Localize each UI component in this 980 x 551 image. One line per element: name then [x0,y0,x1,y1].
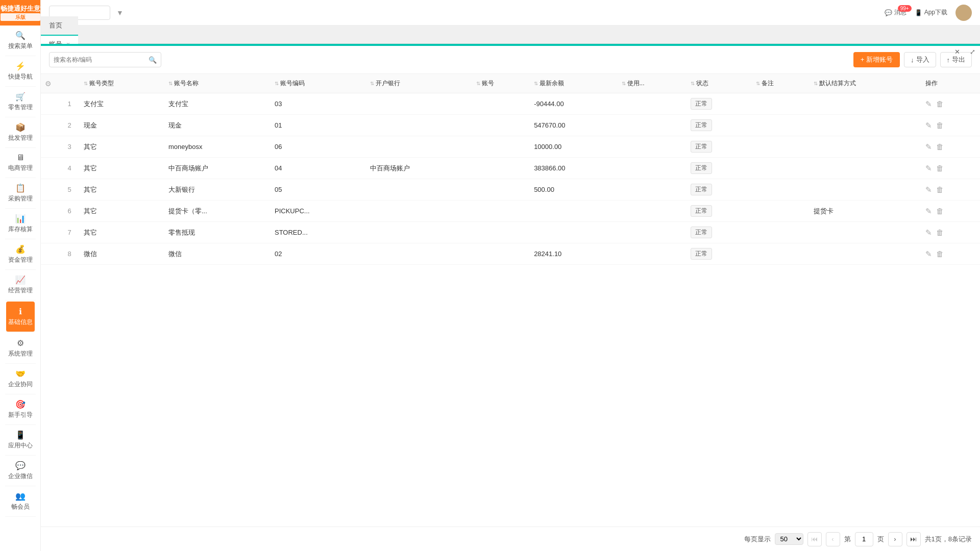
col-header-account_code[interactable]: ⇅账号编码 [271,74,366,93]
row-account_no-5 [472,201,530,222]
row-remark-7 [752,243,810,265]
col-header-account_type[interactable]: ⇅账号类型 [80,74,164,93]
row-action-7: ✎ 🗑 [921,243,980,265]
search-input[interactable] [54,56,145,63]
prev-page-button[interactable]: ‹ [826,532,840,546]
edit-icon-2[interactable]: ✎ [925,142,932,152]
row-remark-0 [752,93,810,115]
edit-icon-3[interactable]: ✎ [925,164,932,173]
table-header: ⚙⇅账号类型⇅账号名称⇅账号编码⇅开户银行⇅账号⇅最新余额⇅使用...⇅状态⇅备… [41,74,980,93]
sidebar-item-12[interactable]: 🎯新手引导 [5,394,36,425]
sidebar-item-3[interactable]: 📦批发管理 [5,117,36,148]
sort-icon-usage: ⇅ [622,81,626,86]
close-window-button[interactable]: ✕ [949,44,965,59]
sidebar-item-9[interactable]: ℹ基础信息 [6,302,35,332]
app-logo: 畅捷通好生意 乐版 [0,0,41,26]
col-header-status[interactable]: ⇅状态 [687,74,752,93]
page-number-input[interactable] [855,532,873,546]
sidebar-item-6[interactable]: 📊库存核算 [5,209,36,239]
import-icon: ↓ [911,56,914,64]
delete-icon-2[interactable]: 🗑 [936,142,944,151]
tab-首页[interactable]: 首页 [41,16,78,35]
edit-icon-0[interactable]: ✎ [925,99,932,109]
avatar[interactable] [955,5,972,21]
message-badge: 99+ [898,5,912,12]
status-badge: 正常 [691,205,712,217]
delete-icon-0[interactable]: 🗑 [936,99,944,108]
col-header-balance[interactable]: ⇅最新余额 [530,74,617,93]
status-badge: 正常 [691,227,712,238]
import-button[interactable]: ↓ 导入 [904,52,936,67]
sidebar-item-11[interactable]: 🤝企业协同 [5,364,36,394]
sidebar-item-8[interactable]: 📈经营管理 [5,270,36,300]
edit-icon-6[interactable]: ✎ [925,228,932,237]
message-button[interactable]: 💬 消息 99+ [885,8,906,17]
first-page-button[interactable]: ⏮ [807,532,822,546]
col-header-account_name[interactable]: ⇅账号名称 [164,74,271,93]
sidebar-item-2[interactable]: 🛒零售管理 [5,87,36,117]
row-status-4: 正常 [687,179,752,201]
row-setting-4 [41,179,59,201]
add-account-button[interactable]: + 新增账号 [853,52,900,67]
delete-icon-1[interactable]: 🗑 [936,121,944,130]
sidebar-item-1[interactable]: ⚡快捷导航 [5,56,36,87]
row-open_bank-5 [366,201,472,222]
page-label: 第 [844,535,851,544]
edit-icon-1[interactable]: ✎ [925,121,932,130]
maximize-window-button[interactable]: ⤢ [965,44,980,59]
sidebar-item-4[interactable]: 🖥电商管理 [5,148,36,178]
last-page-button[interactable]: ⏭ [906,532,921,546]
sidebar-label-12: 新手引导 [8,411,33,419]
sidebar-item-15[interactable]: 👥畅会员 [5,486,36,517]
delete-icon-5[interactable]: 🗑 [936,207,944,215]
row-account_code-2: 06 [271,136,366,158]
row-remark-6 [752,222,810,243]
dropdown-arrow-icon[interactable]: ▼ [116,9,124,17]
next-page-button[interactable]: › [888,532,902,546]
col-header-account_no[interactable]: ⇅账号 [472,74,530,93]
sidebar-item-14[interactable]: 💬企业微信 [5,456,36,486]
row-action-3: ✎ 🗑 [921,158,980,179]
sidebar-label-14: 企业微信 [8,472,33,481]
edit-icon-7[interactable]: ✎ [925,249,932,259]
sidebar-item-10[interactable]: ⚙系统管理 [5,333,36,364]
settings-icon[interactable]: ⚙ [45,80,52,88]
search-box[interactable]: 🔍 [49,52,161,67]
row-status-3: 正常 [687,158,752,179]
sidebar-item-7[interactable]: 💰资金管理 [5,239,36,270]
table-row: 4其它中百商场账户04中百商场账户383866.00正常 ✎ 🗑 [41,158,980,179]
sort-icon-open_bank: ⇅ [370,81,374,86]
col-header-default_settlement[interactable]: ⇅默认结算方式 [810,74,921,93]
edit-icon-5[interactable]: ✎ [925,207,932,216]
search-icon[interactable]: 🔍 [149,56,157,64]
delete-icon-3[interactable]: 🗑 [936,164,944,172]
tab-bar: 首页账号× [41,26,980,44]
col-header-usage[interactable]: ⇅使用... [618,74,687,93]
delete-icon-4[interactable]: 🗑 [936,185,944,194]
sidebar-icon-7: 💰 [15,244,26,254]
delete-icon-6[interactable]: 🗑 [936,228,944,237]
row-default_settlement-6 [810,222,921,243]
app-download-button[interactable]: 📱 App下载 [915,8,947,17]
delete-icon-7[interactable]: 🗑 [936,249,944,258]
sidebar-item-13[interactable]: 📱应用中心 [5,425,36,456]
status-badge: 正常 [691,119,712,131]
sidebar-item-0[interactable]: 🔍搜索菜单 [5,26,36,56]
row-open_bank-6 [366,222,472,243]
col-header-open_bank[interactable]: ⇅开户银行 [366,74,472,93]
status-badge: 正常 [691,162,712,174]
sidebar-label-3: 批发管理 [8,134,33,142]
sidebar-item-5[interactable]: 📋采购管理 [5,178,36,209]
row-usage-6 [618,222,687,243]
row-usage-1 [618,115,687,136]
sidebar-label-1: 快捷导航 [8,72,33,81]
edit-icon-4[interactable]: ✎ [925,185,932,194]
sidebar-label-0: 搜索菜单 [8,42,33,51]
col-header-remark[interactable]: ⇅备注 [752,74,810,93]
sidebar-icon-8: 📈 [15,275,26,285]
row-setting-5 [41,201,59,222]
row-num-1: 2 [59,115,80,136]
page-size-select[interactable]: 50 20 100 [775,533,803,545]
message-icon: 💬 [885,9,892,16]
sidebar-label-8: 经营管理 [8,286,33,295]
